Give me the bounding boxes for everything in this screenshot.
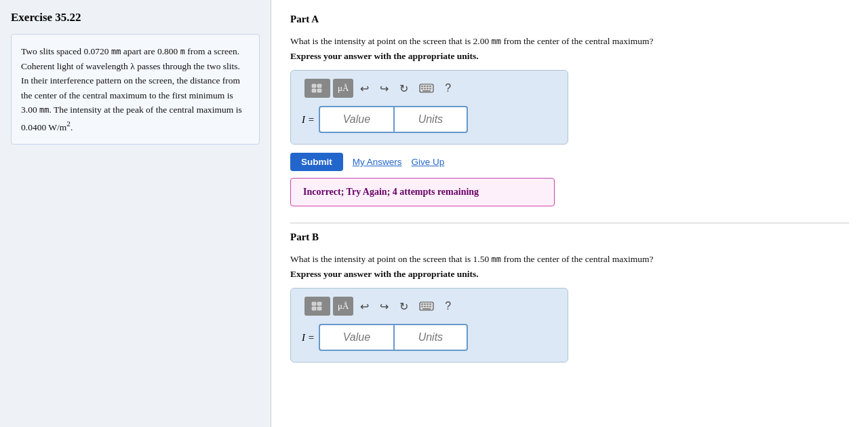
part-a-my-answers-button[interactable]: My Answers: [353, 157, 402, 167]
svg-rect-22: [429, 303, 431, 305]
section-divider: [290, 223, 849, 223]
svg-rect-11: [427, 88, 429, 90]
part-b-answer-box: μÅ ↩ ↪ ↻: [290, 288, 568, 363]
part-a-submit-button[interactable]: Submit: [290, 153, 343, 171]
part-b-toolbar: μÅ ↩ ↪ ↻: [302, 297, 557, 316]
part-a-value-input[interactable]: [319, 106, 393, 133]
mu-icon-button[interactable]: μÅ: [333, 79, 353, 98]
svg-rect-27: [422, 308, 431, 310]
exercise-title: Exercise 35.22: [11, 11, 260, 24]
svg-rect-14: [312, 302, 316, 305]
part-a-question: What is the intensity at point on the sc…: [290, 36, 849, 47]
part-a-answer-box: μÅ ↩ ↪ ↻: [290, 70, 568, 145]
svg-rect-2: [312, 89, 316, 92]
svg-rect-20: [424, 303, 426, 305]
refresh-button[interactable]: ↻: [395, 79, 412, 98]
svg-rect-5: [421, 86, 423, 87]
problem-statement: Two slits spaced 0.0720 mm apart are 0.8…: [11, 34, 260, 145]
part-a-express: Express your answer with the appropriate…: [290, 51, 849, 62]
undo-button[interactable]: ↩: [356, 79, 373, 98]
svg-rect-24: [424, 306, 426, 308]
part-b-section: Part B What is the intensity at point on…: [290, 231, 849, 371]
svg-rect-1: [317, 84, 321, 88]
part-a-header: Part A: [290, 14, 849, 29]
svg-rect-10: [424, 88, 426, 90]
redo-button[interactable]: ↪: [376, 79, 393, 98]
svg-rect-8: [429, 86, 431, 87]
svg-rect-12: [429, 88, 431, 90]
svg-rect-6: [424, 86, 426, 87]
part-b-header: Part B: [290, 231, 849, 247]
part-b-question: What is the intensity at point on the sc…: [290, 254, 849, 265]
part-a-feedback: Incorrect; Try Again; 4 attempts remaini…: [290, 178, 555, 206]
part-a-submit-row: Submit My Answers Give Up: [290, 153, 849, 171]
svg-rect-13: [422, 90, 431, 92]
part-b-redo-button[interactable]: ↪: [376, 297, 393, 316]
main-content: Part A What is the intensity at point on…: [271, 0, 868, 427]
part-a-toolbar: μÅ ↩ ↪ ↻: [302, 79, 557, 98]
svg-rect-9: [421, 88, 423, 90]
part-b-express: Express your answer with the appropriate…: [290, 269, 849, 280]
part-a-units-input[interactable]: [393, 106, 468, 133]
part-a-input-row: I =: [302, 106, 557, 133]
svg-rect-25: [427, 306, 429, 308]
part-b-mu-icon-button[interactable]: μÅ: [333, 297, 353, 316]
part-b-value-input[interactable]: [319, 324, 393, 351]
part-a-section: Part A What is the intensity at point on…: [290, 14, 849, 216]
sidebar: Exercise 35.22 Two slits spaced 0.0720 m…: [0, 0, 271, 427]
part-b-refresh-button[interactable]: ↻: [395, 297, 412, 316]
svg-rect-3: [317, 89, 321, 92]
part-b-input-row: I =: [302, 324, 557, 351]
part-a-eq-label: I =: [302, 114, 315, 126]
grid-icon-button[interactable]: [304, 79, 330, 98]
svg-rect-7: [427, 86, 429, 87]
part-b-mu-label: μÅ: [338, 301, 349, 312]
svg-rect-26: [429, 306, 431, 308]
part-a-give-up-button[interactable]: Give Up: [412, 157, 445, 167]
help-button[interactable]: ?: [441, 79, 455, 98]
svg-rect-17: [317, 307, 321, 310]
svg-rect-19: [421, 303, 423, 305]
keyboard-button[interactable]: [415, 79, 438, 98]
part-b-help-button[interactable]: ?: [441, 297, 455, 316]
svg-rect-16: [312, 307, 316, 310]
part-b-grid-icon-button[interactable]: [304, 297, 330, 316]
mu-label: μÅ: [338, 83, 349, 94]
svg-rect-0: [312, 84, 316, 88]
part-b-units-input[interactable]: [393, 324, 468, 351]
part-b-keyboard-button[interactable]: [415, 297, 438, 316]
part-b-eq-label: I =: [302, 332, 315, 344]
svg-rect-15: [317, 302, 321, 305]
svg-rect-23: [421, 306, 423, 308]
part-b-undo-button[interactable]: ↩: [356, 297, 373, 316]
svg-rect-21: [427, 303, 429, 305]
